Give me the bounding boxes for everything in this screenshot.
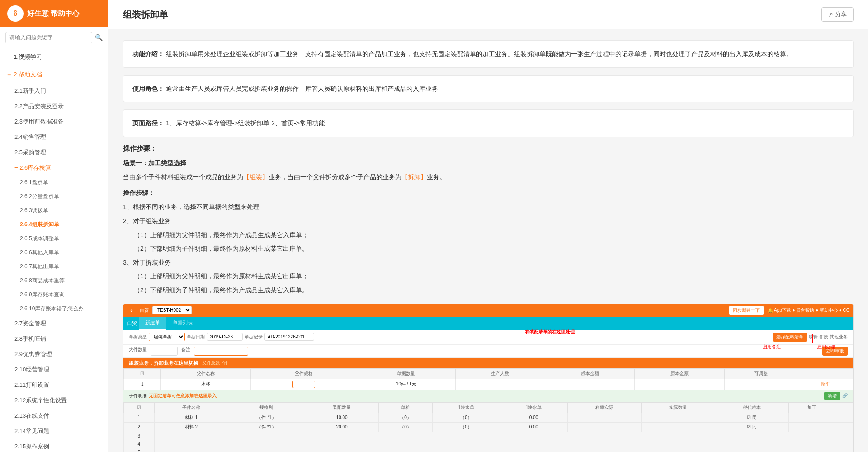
table-row: 3: [124, 432, 853, 440]
sidebar-item-help-docs[interactable]: − 2.帮助文档: [0, 66, 108, 83]
path-text: 1、库存核算->库存管理->组装拆卸单 2、首页->常用功能: [166, 119, 325, 127]
table-row: 4: [124, 440, 853, 448]
mock-qty-input[interactable]: [151, 347, 178, 356]
sidebar-item-finance[interactable]: 2.7资金管理: [0, 316, 108, 331]
mock-th-doc-qty: 单据数量: [357, 368, 455, 379]
mock-field-type: 单据类型 组装单据 拆卸单据: [129, 333, 185, 342]
mock-parent-action-btn[interactable]: 操作: [821, 381, 830, 387]
sidebar-item-install[interactable]: 2.2产品安装及登录: [0, 99, 108, 114]
mock-type-select[interactable]: 组装单据 拆卸单据: [149, 333, 185, 341]
annotation-bom-label: 有装配清单的在这里处理: [525, 329, 575, 335]
nav-group-1: + 1.视频学习: [0, 48, 108, 66]
sidebar-item-print[interactable]: 2.11打印设置: [0, 377, 108, 393]
role-text: 通常由生产人员或库管人员完成拆装业务的操作，库管人员确认原材料的出库和产成品的入…: [166, 85, 438, 92]
role-block: 使用角色： 通常由生产人员或库管人员完成拆装业务的操作，库管人员确认原材料的出库…: [123, 75, 854, 103]
mock-th-cost: 成本金额: [545, 368, 634, 379]
sidebar-item-inventory-2.6.4[interactable]: 2.6.4组装拆卸单: [0, 218, 108, 232]
sidebar-title: 好生意 帮助中心: [27, 9, 80, 19]
sidebar-item-mobile[interactable]: 2.8手机旺铺: [0, 331, 108, 347]
search-input[interactable]: [5, 32, 92, 43]
mock-parent-bar: 组装业务，拆卸业务在这里切换 父件总数 2件: [123, 358, 853, 368]
sidebar-header: 6 好生意 帮助中心: [0, 0, 108, 27]
mock-th-sel: ☑: [124, 368, 161, 379]
sidebar-item-inventory-2.6.9[interactable]: 2.6.9库存账本查询: [0, 288, 108, 302]
sidebar-item-inventory-2.6.7[interactable]: 2.6.7其他出库单: [0, 260, 108, 274]
mock-sync-btn[interactable]: 同步新建一下: [729, 305, 764, 315]
sidebar-item-video[interactable]: + 1.视频学习: [0, 48, 108, 66]
mock-parent-table-wrapper: ☑ 父件名称 父件规格 单据数量 生产人数 成本金额 原本金额 可调整: [123, 368, 853, 390]
role-label: 使用角色：: [132, 85, 164, 92]
step-1: 1、根据不同的业务，选择不同单据的类型来处理: [123, 201, 854, 213]
mock-th-action: [797, 368, 853, 379]
sidebar-item-mgmt[interactable]: 2.10经营管理: [0, 362, 108, 377]
mock-field-no: 单据记录: [245, 333, 314, 342]
sidebar-item-payment[interactable]: 2.13在线支付: [0, 408, 108, 423]
mock-edit-area: 编辑 作废 其他业务: [809, 333, 848, 342]
intro-text: 组装拆卸单用来处理企业组装或拆卸等加工业务，支持有固定装配清单的产品加工业务，也…: [166, 50, 793, 57]
share-button[interactable]: ↗ 分享: [821, 7, 854, 22]
table-row: 1 材料 1 （件 *1） 10.00 （0） （0） 0.00 ☑ 同: [124, 413, 853, 422]
collapse-icon: −: [7, 71, 11, 78]
sidebar-item-data-prep[interactable]: 2.3使用前数据准备: [0, 114, 108, 129]
mock-parent-table: ☑ 父件名称 父件规格 单据数量 生产人数 成本金额 原本金额 可调整: [123, 368, 853, 390]
step-3-2: （2）下部明细为子件明细，最终作为产成品生成某它入库单。: [123, 284, 854, 296]
ops-title: 操作步骤：: [123, 144, 854, 153]
mock-logo: 6: [127, 306, 136, 315]
mock-company: 自贸: [140, 307, 149, 314]
step-3: 3、对于拆装业务: [123, 257, 854, 269]
mock-th-prod-qty: 生产人数: [455, 368, 545, 379]
main-content: 组装拆卸单 ↗ 分享 功能介绍： 组装拆卸单用来处理企业组装或拆卸等加工业务，支…: [108, 0, 868, 452]
sidebar-item-inventory-2.6.10[interactable]: 2.6.10库存账本错了怎么办: [0, 302, 108, 316]
expand-icon: +: [7, 53, 11, 61]
screenshot-container: 6 自贸 TEST-H002 同步新建一下 🔔 App下载 ● 后台帮助 ● 帮…: [123, 304, 854, 452]
mock-date-input[interactable]: [207, 333, 243, 341]
step-2: 2、对于组装业务: [123, 215, 854, 227]
nav-list: + 1.视频学习 − 2.帮助文档 2.1新手入门 2.2产品安装及登录 2.3…: [0, 48, 108, 452]
sidebar-item-cases[interactable]: 2.15操作案例: [0, 439, 108, 452]
mock-parent-spec-input[interactable]: [292, 381, 315, 388]
search-button[interactable]: 🔍: [95, 34, 103, 41]
sidebar-item-faq[interactable]: 2.14常见问题: [0, 423, 108, 439]
sidebar-item-inventory-2.6.2[interactable]: 2.6.2分量盘点单: [0, 190, 108, 204]
mock-add-child-btn[interactable]: 新增: [824, 392, 840, 400]
mock-form-row2: 大件数量 备注 立即审批 启用备注 启用处理: [123, 345, 853, 358]
mock-child-bar: 子件明细 无固定清单可任意添加在这里录入 新增 🔗: [123, 390, 853, 402]
table-row: 2 材料 2 （件 *1） 20.00 （0） （0） 0.00 ☑ 同: [124, 422, 853, 432]
mock-no-input[interactable]: [264, 333, 314, 341]
annotation-bom-arrow: [812, 334, 813, 343]
path-label: 页面路径：: [132, 119, 164, 127]
mock-new-tab[interactable]: 新建单: [139, 317, 166, 330]
sidebar-item-inventory-2.6.3[interactable]: 2.6.3调拨单: [0, 204, 108, 218]
mock-parent-thead: ☑ 父件名称 父件规格 单据数量 生产人数 成本金额 原本金额 可调整: [124, 368, 853, 379]
sidebar-item-sales[interactable]: 2.4销售管理: [0, 129, 108, 145]
logo: 6: [7, 5, 24, 22]
sidebar-item-inventory-2.6.5[interactable]: 2.6.5成本调整单: [0, 232, 108, 246]
mock-form-row1: 单据类型 组装单据 拆卸单据 单据日期 单据记录: [123, 330, 853, 345]
mock-th-parent-name: 父件名称: [161, 368, 250, 379]
intro-block: 功能介绍： 组装拆卸单用来处理企业组装或拆卸等加工业务，支持有固定装配清单的产品…: [123, 40, 854, 68]
mock-app: 6 自贸 TEST-H002 同步新建一下 🔔 App下载 ● 后台帮助 ● 帮…: [123, 304, 853, 452]
search-box: 🔍: [0, 27, 108, 48]
mock-note-input[interactable]: [194, 347, 248, 356]
sidebar-item-inventory-2.6.6[interactable]: 2.6.6其他入库单: [0, 246, 108, 260]
sidebar-item-inventory[interactable]: − 2.6库存核算: [0, 160, 108, 176]
mock-select-bom-btn[interactable]: 选择配料清单: [773, 333, 807, 342]
scenario1-title: 场景一：加工类型选择: [123, 159, 854, 167]
inventory-subitems: 2.6.1盘点单 2.6.2分量盘点单 2.6.3调拨单 2.6.4组装拆卸单 …: [0, 176, 108, 316]
mock-child-tbody: 1 材料 1 （件 *1） 10.00 （0） （0） 0.00 ☑ 同: [124, 413, 853, 452]
sidebar: 6 好生意 帮助中心 🔍 + 1.视频学习 − 2.帮助文档 2.1新手入门: [0, 0, 108, 452]
page-title: 组装拆卸单: [123, 9, 168, 21]
mock-parent-section: 组装业务，拆卸业务在这里切换 父件总数 2件: [123, 358, 853, 368]
ops-steps-block: 操作步骤： 场景一：加工类型选择 当由多个子件材料组装成一个成品的业务为【组装】…: [123, 144, 854, 296]
sidebar-item-purchase[interactable]: 2.5采购管理: [0, 145, 108, 160]
mock-icons-area: 🔔 App下载 ● 后台帮助 ● 帮助中心 ● CC: [768, 307, 849, 314]
mock-list-tab[interactable]: 单据列表: [166, 317, 199, 330]
collapse-inventory-icon: −: [14, 164, 18, 171]
sidebar-item-coupon[interactable]: 2.9优惠券管理: [0, 347, 108, 362]
sidebar-item-customize[interactable]: 2.12系统个性化设置: [0, 393, 108, 408]
sidebar-item-inventory-2.6.1[interactable]: 2.6.1盘点单: [0, 176, 108, 190]
sidebar-item-inventory-2.6.8[interactable]: 2.6.8商品成本重算: [0, 274, 108, 288]
mock-company-select[interactable]: TEST-H002: [152, 306, 192, 314]
step-2-2: （2）下部明细为子件明细，最终作为原材料生成某它出库单。: [123, 243, 854, 255]
sidebar-item-newbie[interactable]: 2.1新手入门: [0, 83, 108, 99]
